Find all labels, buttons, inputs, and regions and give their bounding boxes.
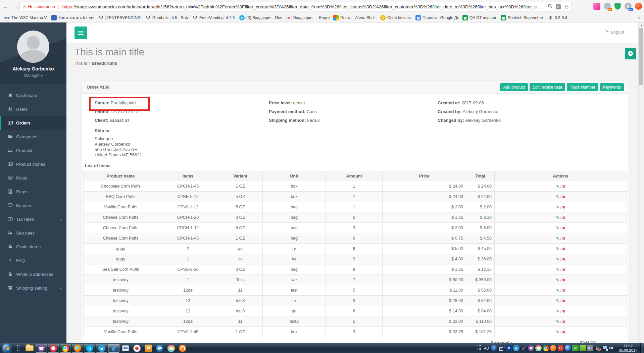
avatar[interactable]	[17, 31, 49, 63]
edit-row-icon[interactable]: ✎	[556, 184, 559, 189]
paw-ext-icon[interactable]: off	[604, 3, 611, 10]
taskbar-app[interactable]	[48, 344, 59, 353]
edit-row-icon[interactable]: ✎	[556, 246, 559, 251]
order-action-button[interactable]: Add product	[500, 83, 528, 91]
taskbar-app[interactable]	[154, 343, 165, 353]
scrollbar-thumb[interactable]	[639, 28, 643, 85]
volume-icon[interactable]	[609, 345, 615, 351]
bookmark-item[interactable]: Почта - Alena Shel -	[332, 14, 377, 21]
edit-row-icon[interactable]: ✎	[556, 236, 559, 241]
page-scrollbar[interactable]: ▲	[638, 22, 644, 343]
taskbar-app[interactable]	[165, 343, 177, 353]
viber-tray-icon[interactable]: ☎	[528, 345, 534, 351]
sphere-blue-icon[interactable]	[565, 345, 571, 351]
bookmark-item[interactable]: ✉ Входящие — Яндекс	[285, 14, 330, 21]
sidebar-item[interactable]: Posts ‹	[0, 171, 66, 185]
sidebar-item[interactable]: Users ‹	[0, 102, 66, 116]
taskbar-app[interactable]	[72, 344, 83, 353]
delete-row-icon[interactable]: ✖	[562, 195, 565, 199]
sidebar-item[interactable]: Orders ‹	[0, 116, 66, 130]
url-text[interactable]: https://stage.awsumsnacks.com/admin/orde…	[62, 4, 545, 9]
delete-row-icon[interactable]: ✖	[562, 330, 565, 335]
sidebar-item[interactable]: Pages ‹	[0, 185, 66, 199]
sidebar-item[interactable]: ? FAQ ‹	[0, 254, 66, 267]
bookmark-item[interactable]: Ψ [#ENTERVENDING-3	[97, 14, 142, 21]
green-check-icon[interactable]: ✔	[572, 345, 579, 351]
bookmark-item[interactable]: Ψ 0.3-0.4	[547, 14, 568, 21]
sidebar-item[interactable]: Seo rules ‹	[0, 226, 66, 240]
pink-ext-icon[interactable]	[593, 3, 600, 10]
logout-button[interactable]: Logout	[604, 29, 624, 35]
taskbar-app[interactable]: ☎	[36, 344, 47, 353]
delete-row-icon[interactable]: ✖	[562, 267, 565, 272]
sidebar-item[interactable]: Products ‹	[0, 144, 66, 157]
ru-box-icon[interactable]: Ru	[587, 345, 593, 351]
network-icon[interactable]	[602, 345, 608, 351]
delete-row-icon[interactable]: ✖	[562, 236, 565, 241]
edit-row-icon[interactable]: ✎	[556, 205, 559, 210]
shield-ext-icon[interactable]	[614, 3, 621, 10]
delete-row-icon[interactable]: ✖	[562, 257, 565, 262]
sidebar-item[interactable]: Tax rates ‹	[0, 212, 66, 226]
delete-row-icon[interactable]: ✖	[562, 184, 565, 189]
forward-button[interactable]: →	[13, 3, 19, 10]
bookmark-item[interactable]: W3 The W3C Markup Val	[3, 14, 48, 21]
taskbar-app[interactable]	[60, 344, 71, 353]
edit-row-icon[interactable]: ✎	[556, 288, 559, 293]
scrollbar-up-arrow[interactable]: ▲	[639, 22, 644, 28]
edit-row-icon[interactable]: ✎	[556, 298, 559, 303]
translate-icon[interactable]: A	[556, 4, 561, 9]
taskbar-app[interactable]: e	[108, 344, 119, 353]
delete-row-icon[interactable]: ✖	[562, 205, 565, 210]
search-icon[interactable]	[548, 4, 552, 10]
taskbar-app[interactable]: S	[84, 344, 95, 353]
delete-row-icon[interactable]: ✖	[562, 319, 565, 324]
edit-row-icon[interactable]: ✎	[556, 257, 559, 262]
taskbar-app[interactable]	[1, 343, 12, 353]
address-bar[interactable]: ⚠ Не защищено | https://stage.awsumsnack…	[19, 2, 572, 11]
sidebar-item[interactable]: Shipping setting ‹	[0, 281, 66, 295]
taskbar-clock[interactable]: 11:02 05.09.2017	[615, 344, 640, 353]
order-action-button[interactable]: Track Number	[567, 83, 598, 91]
bookmark-item[interactable]: ▦ QA ОТ версий	[461, 14, 497, 21]
a-ext-icon[interactable]: Aoff	[625, 3, 632, 10]
green-msg-icon[interactable]	[580, 345, 586, 351]
taskbar-app[interactable]	[131, 343, 143, 353]
malwarebytes-icon[interactable]: M	[506, 345, 512, 351]
bookmark-item[interactable]: Ψ EnterVending: 4.7.3 -	[191, 14, 236, 21]
sidebar-item[interactable]: Chain stores ‹	[0, 240, 66, 254]
edit-row-icon[interactable]: ✎	[556, 309, 559, 314]
delete-row-icon[interactable]: ✖	[562, 278, 565, 283]
taskbar-app[interactable]: ▶	[96, 344, 107, 353]
help-blue-icon[interactable]: ?	[491, 345, 497, 351]
edit-row-icon[interactable]: ✎	[556, 330, 559, 335]
edit-row-icon[interactable]: ✎	[556, 194, 559, 199]
fox-orange-icon[interactable]	[550, 345, 556, 351]
sidebar-item[interactable]: Dashboard ‹	[0, 89, 66, 102]
bookmark-item[interactable]: ▤ Пароли - Google До	[414, 14, 459, 21]
sidebar-item[interactable]: Categories ‹	[0, 130, 66, 144]
sidebar-item[interactable]: Product stories ‹	[0, 157, 66, 171]
hidden-icons-icon[interactable]	[477, 345, 482, 351]
taskbar-app[interactable]	[12, 343, 24, 353]
sidebar-item[interactable]: White ip addresses ‹	[0, 267, 66, 281]
red-ext-icon[interactable]	[635, 3, 642, 10]
delete-row-icon[interactable]: ✖	[562, 288, 565, 293]
delete-row-icon[interactable]: ✖	[562, 309, 565, 314]
taskbar-app[interactable]	[24, 343, 35, 353]
restore-win-icon[interactable]	[498, 345, 505, 351]
delete-row-icon[interactable]: ✖	[562, 226, 565, 231]
security-status[interactable]: Не защищено	[28, 4, 55, 9]
palette-tray-icon[interactable]	[535, 345, 542, 351]
delete-row-icon[interactable]: ✖	[562, 247, 565, 251]
pen-purple-icon[interactable]	[521, 345, 527, 351]
delete-row-icon[interactable]: ✖	[562, 215, 565, 220]
user-role-dropdown[interactable]: Manager ▾	[0, 73, 66, 78]
chrome-tray-icon[interactable]	[543, 345, 549, 351]
show-desktop-button[interactable]	[640, 343, 644, 353]
telegram-tray-icon[interactable]: ▶	[513, 345, 519, 351]
taskbar-app[interactable]: ✉	[143, 343, 154, 353]
order-action-button[interactable]: Payments	[600, 83, 624, 91]
bookmark-item[interactable]: ▦ Shelest_September	[500, 14, 544, 21]
back-button[interactable]: ←	[3, 3, 9, 10]
